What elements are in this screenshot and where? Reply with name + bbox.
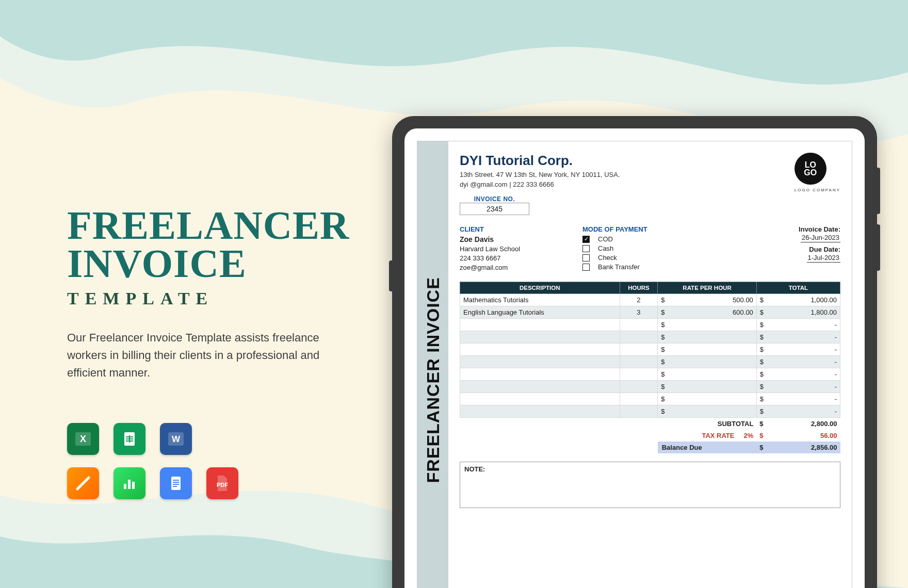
payment-option-label: Bank Transfer <box>598 263 640 271</box>
company-name: DYI Tutorial Corp. <box>460 153 620 169</box>
cell-description[interactable] <box>460 405 620 418</box>
balance-label: Balance Due <box>658 442 757 453</box>
hero-subtitle: TEMPLATE <box>67 289 356 308</box>
cell-rate[interactable]: $600.00 <box>658 306 757 319</box>
th-hours: HOURS <box>620 282 658 294</box>
checkbox-icon[interactable] <box>582 245 590 252</box>
cell-description[interactable] <box>460 381 620 393</box>
cell-description[interactable]: Mathematics Tutorials <box>460 294 620 306</box>
cell-rate[interactable]: $ <box>658 381 757 393</box>
svg-rect-13 <box>171 477 181 490</box>
payment-option[interactable]: Bank Transfer <box>582 263 759 271</box>
th-total: TOTAL <box>756 282 840 294</box>
client-name: Zoe Davis <box>460 235 578 243</box>
svg-text:X: X <box>80 434 86 444</box>
payment-option[interactable]: ✓COD <box>582 235 759 243</box>
cell-rate[interactable]: $500.00 <box>658 294 757 306</box>
sheets-icon[interactable] <box>113 423 145 455</box>
cell-description[interactable] <box>460 331 620 344</box>
table-row: English Language Tutorials3$600.00$1,800… <box>460 306 840 319</box>
gdocs-icon[interactable] <box>160 467 192 499</box>
cell-hours[interactable]: 2 <box>620 294 658 306</box>
checkbox-icon[interactable]: ✓ <box>582 236 590 243</box>
logo-icon: LO GO <box>794 153 826 185</box>
tax-value: $56.00 <box>756 430 840 442</box>
payment-option-label: Check <box>598 254 617 262</box>
cell-description[interactable] <box>460 393 620 405</box>
cell-hours[interactable] <box>620 344 658 356</box>
cell-hours[interactable] <box>620 393 658 405</box>
client-email: zoe@gmail.com <box>460 264 578 271</box>
due-date-label: Due Date: <box>763 246 840 253</box>
cell-rate[interactable]: $ <box>658 393 757 405</box>
cell-rate[interactable]: $ <box>658 356 757 368</box>
app-icons-row-2: PDF <box>67 467 356 499</box>
cell-rate[interactable]: $ <box>658 344 757 356</box>
cell-hours[interactable] <box>620 381 658 393</box>
company-contact: dyi @gmail.com | 222 333 6666 <box>460 181 620 188</box>
cell-total: $- <box>756 331 840 344</box>
cell-rate[interactable]: $ <box>658 368 757 381</box>
cell-hours[interactable] <box>620 405 658 418</box>
cell-hours[interactable]: 3 <box>620 306 658 319</box>
cell-description[interactable] <box>460 356 620 368</box>
svg-rect-17 <box>173 486 177 487</box>
cell-total: $- <box>756 393 840 405</box>
invoice-date-label: Invoice Date: <box>763 225 840 233</box>
cell-description[interactable] <box>460 319 620 331</box>
checkbox-icon[interactable] <box>582 264 590 271</box>
cell-hours[interactable] <box>620 331 658 344</box>
table-row: $$- <box>460 405 840 418</box>
pages-icon[interactable] <box>67 467 99 499</box>
svg-rect-12 <box>132 482 135 489</box>
invoice-date-value: 26-Jun-2023 <box>801 234 840 242</box>
invoice-body: DYI Tutorial Corp. 13th Street. 47 W 13t… <box>448 141 852 588</box>
invoice-info-row: CLIENT Zoe Davis Harvard Law School 224 … <box>460 225 840 272</box>
table-row: $$- <box>460 381 840 393</box>
svg-text:W: W <box>172 434 181 444</box>
payment-option[interactable]: Check <box>582 254 759 262</box>
tax-label: TAX RATE 2% <box>658 430 757 442</box>
table-row: $$- <box>460 344 840 356</box>
excel-icon[interactable]: X <box>67 423 99 455</box>
cell-hours[interactable] <box>620 368 658 381</box>
checkbox-icon[interactable] <box>582 254 590 262</box>
cell-total: $1,000.00 <box>756 294 840 306</box>
hero-left: FREELANCER INVOICE TEMPLATE Our Freelanc… <box>67 206 356 499</box>
payment-column: MODE OF PAYMENT ✓CODCashCheckBank Transf… <box>582 225 759 272</box>
svg-text:PDF: PDF <box>217 482 228 488</box>
invoice-header: DYI Tutorial Corp. 13th Street. 47 W 13t… <box>460 153 840 215</box>
payment-option[interactable]: Cash <box>582 244 759 252</box>
cell-description[interactable] <box>460 344 620 356</box>
invoice-number-value[interactable]: 2345 <box>460 203 529 215</box>
dates-column: Invoice Date: 26-Jun-2023 Due Date: 1-Ju… <box>763 225 840 272</box>
table-row: Mathematics Tutorials2$500.00$1,000.00 <box>460 294 840 306</box>
numbers-icon[interactable] <box>113 467 145 499</box>
tablet-side-button <box>389 260 392 291</box>
side-title-text: FREELANCER INVOICE <box>423 277 443 483</box>
cell-hours[interactable] <box>620 356 658 368</box>
tablet-screen: FREELANCER INVOICE DYI Tutorial Corp. 13… <box>404 128 865 588</box>
invoice-side-title: FREELANCER INVOICE <box>417 141 448 588</box>
cell-description[interactable]: English Language Tutorials <box>460 306 620 319</box>
logo-block: LO GO LOGO COMPANY <box>794 153 840 192</box>
cell-total: $- <box>756 368 840 381</box>
th-rate: RATE PER HOUR <box>658 282 757 294</box>
word-icon[interactable]: W <box>160 423 192 455</box>
stage: FREELANCER INVOICE TEMPLATE Our Freelanc… <box>0 0 908 588</box>
payment-label: MODE OF PAYMENT <box>582 225 759 233</box>
cell-total: $- <box>756 356 840 368</box>
logo-bot: GO <box>804 169 817 176</box>
table-row: $$- <box>460 368 840 381</box>
svg-rect-15 <box>173 482 179 483</box>
svg-rect-11 <box>128 480 131 489</box>
cell-rate[interactable]: $ <box>658 331 757 344</box>
table-row: $$- <box>460 393 840 405</box>
cell-description[interactable] <box>460 368 620 381</box>
hero-description: Our Freelancer Invoice Template assists … <box>67 329 346 382</box>
cell-rate[interactable]: $ <box>658 319 757 331</box>
cell-hours[interactable] <box>620 319 658 331</box>
pdf-icon[interactable]: PDF <box>206 467 238 499</box>
cell-rate[interactable]: $ <box>658 405 757 418</box>
note-box[interactable]: NOTE: <box>460 462 840 508</box>
